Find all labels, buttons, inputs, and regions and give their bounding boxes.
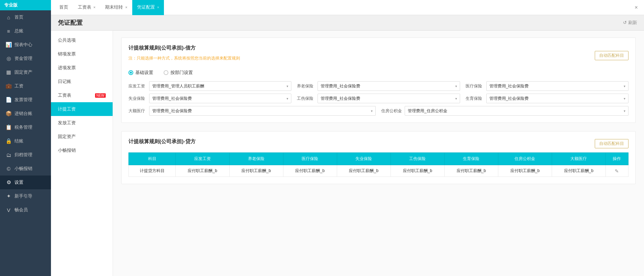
field-gongshang: 工伤保险 管理费用_社会保险费 ▾ [297, 94, 460, 103]
credit-section-title: 计提核算规则(公司承担)-贷方 [128, 138, 196, 145]
tab-period[interactable]: 期末结转 × [100, 0, 132, 15]
chevron-down-icon: ▾ [287, 84, 288, 88]
col-shengyu: 生育保险 [444, 153, 498, 165]
col-yingfa: 应发工资 [176, 153, 229, 165]
cell-gongshang: 应付职工薪酬_b [391, 165, 444, 177]
chevron-down-icon: ▾ [287, 97, 288, 100]
left-nav-sales-invoice[interactable]: 销项发票 [51, 47, 113, 61]
chevron-down-icon: ▾ [455, 97, 457, 100]
sidebar-item-invoice[interactable]: 📄 发票管理 [0, 93, 51, 107]
sidebar-item-member[interactable]: V 畅会员 [0, 203, 51, 217]
left-nav-pay-salary[interactable]: 发放工资 [51, 116, 113, 130]
sidebar-item-xcreport[interactable]: © 小畅报销 [0, 162, 51, 176]
sidebar-item-settings[interactable]: ⚙ 设置 [0, 176, 51, 189]
cell-action[interactable]: ✎ [605, 165, 628, 177]
cell-yanglao: 应付职工薪酬_b [229, 165, 283, 177]
asset-icon: ▦ [6, 69, 12, 75]
sidebar-item-archive[interactable]: 🗂 归档管理 [0, 148, 51, 162]
field-shengyu-label: 生育保险 [466, 96, 484, 102]
radio-department[interactable]: 按部门设置 [164, 70, 193, 76]
chevron-down-icon: ▾ [624, 109, 625, 113]
new-badge: NEW [95, 93, 106, 98]
field-yingfa: 应发工资 管理费用_管理人员职工薪酬 ▾ [128, 81, 291, 91]
sidebar-item-asset[interactable]: ▦ 固定资产 [0, 65, 51, 79]
field-gongshang-label: 工伤保险 [297, 96, 315, 102]
field-yiliao: 医疗保险 管理费用_社会保险费 ▾ [466, 81, 629, 91]
col-shiye: 失业保险 [337, 153, 391, 165]
field-yingfa-select[interactable]: 管理费用_管理人员职工薪酬 ▾ [149, 81, 291, 91]
sidebar-item-fund[interactable]: ◎ 资金管理 [0, 52, 51, 65]
close-all-tabs[interactable]: × [632, 3, 641, 12]
col-gongshang: 工伤保险 [391, 153, 444, 165]
left-nav-public[interactable]: 公共选项 [51, 33, 113, 47]
right-content: 计提核算规则(公司承担)-借方 注：只能选择一种方式，系统将按照您当前的选择来配… [113, 31, 644, 276]
field-daeyi-label: 大额医疗 [128, 108, 146, 114]
tab-voucher[interactable]: 凭证配置 × [132, 0, 164, 15]
refresh-button[interactable]: ↺ 刷新 [623, 20, 637, 26]
sidebar-item-report[interactable]: 📊 报表中心 [0, 38, 51, 52]
cell-yingfa: 应付职工薪酬_b [176, 165, 229, 177]
close-period-tab[interactable]: × [125, 5, 127, 9]
salary-icon: 💼 [6, 83, 12, 89]
field-daeyi-select[interactable]: 管理费用_社会保险费 ▾ [149, 106, 376, 116]
field-shengyu-select[interactable]: 管理费用_社会保险费 ▾ [486, 94, 629, 103]
left-nav-calc-salary[interactable]: 计提工资 [51, 102, 113, 116]
left-nav-journal[interactable]: 日记账 [51, 75, 113, 88]
left-nav-purchase-invoice[interactable]: 进项发票 [51, 61, 113, 75]
field-gongjijin-select[interactable]: 管理费用_住房公积金 ▾ [405, 106, 629, 116]
member-icon: V [6, 207, 12, 213]
field-shiye-select[interactable]: 管理费用_社会保险费 ▾ [149, 94, 291, 103]
left-nav-fixed-assets[interactable]: 固定资产 [51, 130, 113, 144]
credit-section: 计提核算规则(公司承担)-贷方 自动匹配科目 科目 应发工资 养老保险 医疗保险… [121, 131, 636, 184]
tab-payroll[interactable]: 工资表 × [73, 0, 100, 15]
app-brand: 专业版 [0, 0, 51, 10]
close-voucher-tab[interactable]: × [157, 5, 159, 9]
credit-section-header: 计提核算规则(公司承担)-贷方 自动匹配科目 [128, 138, 629, 149]
tax-icon: 📋 [6, 124, 12, 130]
field-gongshang-select[interactable]: 管理费用_社会保险费 ▾ [318, 94, 460, 103]
page-header: 凭证配置 ↺ 刷新 [51, 15, 644, 31]
col-subject: 科目 [129, 153, 176, 165]
left-nav-xc[interactable]: 小畅报销 [51, 144, 113, 157]
debit-auto-match-button[interactable]: 自动匹配科目 [595, 51, 629, 60]
left-nav-payroll-table[interactable]: 工资表 NEW [51, 88, 113, 102]
report-icon: 📊 [6, 42, 12, 48]
field-shiye-label: 失业保险 [128, 96, 146, 102]
settings-icon: ⚙ [6, 179, 12, 185]
tab-home[interactable]: 首页 [54, 0, 73, 15]
fund-icon: ◎ [6, 55, 12, 62]
field-yiliao-select[interactable]: 管理费用_社会保险费 ▾ [486, 81, 629, 91]
top-nav: 首页 工资表 × 期末结转 × 凭证配置 × × [51, 0, 644, 15]
col-gongjijin: 住房公积金 [498, 153, 552, 165]
debit-section-header: 计提核算规则(公司承担)-借方 注：只能选择一种方式，系统将按照您当前的选择来配… [128, 45, 629, 66]
guide-icon: ✦ [6, 193, 12, 199]
field-yanglao-select[interactable]: 管理费用_社会保险费 ▾ [318, 81, 460, 91]
debit-fields-row2: 失业保险 管理费用_社会保险费 ▾ 工伤保险 管理费用_社会保险费 ▾ [128, 94, 629, 103]
radio-basic[interactable]: 基础设置 [128, 70, 153, 76]
sidebar-item-stock[interactable]: 📦 进销台账 [0, 107, 51, 120]
sidebar-item-guide[interactable]: ✦ 新手引导 [0, 189, 51, 203]
sidebar-item-close[interactable]: 🔒 结账 [0, 134, 51, 148]
table-header-row: 科目 应发工资 养老保险 医疗保险 失业保险 工伤保险 生育保险 住房公积金 大… [129, 153, 629, 165]
cell-daeyi: 应付职工薪酬_b [552, 165, 605, 177]
sidebar-item-tax[interactable]: 📋 税务管理 [0, 120, 51, 134]
sidebar-item-ledger[interactable]: ≡ 总账 [0, 24, 51, 38]
credit-auto-match-button[interactable]: 自动匹配科目 [595, 139, 629, 148]
debit-fields-row1: 应发工资 管理费用_管理人员职工薪酬 ▾ 养老保险 管理费用_社会保险费 ▾ [128, 81, 629, 91]
col-daeyi: 大额医疗 [552, 153, 605, 165]
debit-section: 计提核算规则(公司承担)-借方 注：只能选择一种方式，系统将按照您当前的选择来配… [121, 38, 636, 123]
cell-shiye: 应付职工薪酬_b [337, 165, 391, 177]
chevron-down-icon: ▾ [624, 84, 625, 88]
field-yingfa-label: 应发工资 [128, 83, 146, 89]
sidebar-item-home[interactable]: ⌂ 首页 [0, 10, 51, 24]
debit-fields-row3: 大额医疗 管理费用_社会保险费 ▾ 住房公积金 管理费用_住房公积金 ▾ [128, 106, 629, 116]
debit-section-title: 计提核算规则(公司承担)-借方 [128, 45, 240, 51]
xc-icon: © [6, 166, 12, 172]
field-yanglao-label: 养老保险 [297, 83, 315, 89]
sidebar-item-salary[interactable]: 💼 工资 [0, 79, 51, 93]
chevron-down-icon: ▾ [624, 97, 625, 100]
field-yanglao: 养老保险 管理费用_社会保险费 ▾ [297, 81, 460, 91]
content-area: 公共选项 销项发票 进项发票 日记账 工资表 NEW 计提工资 发放工资 固 [51, 31, 644, 276]
close-payroll-tab[interactable]: × [93, 5, 95, 9]
edit-icon[interactable]: ✎ [615, 168, 619, 174]
